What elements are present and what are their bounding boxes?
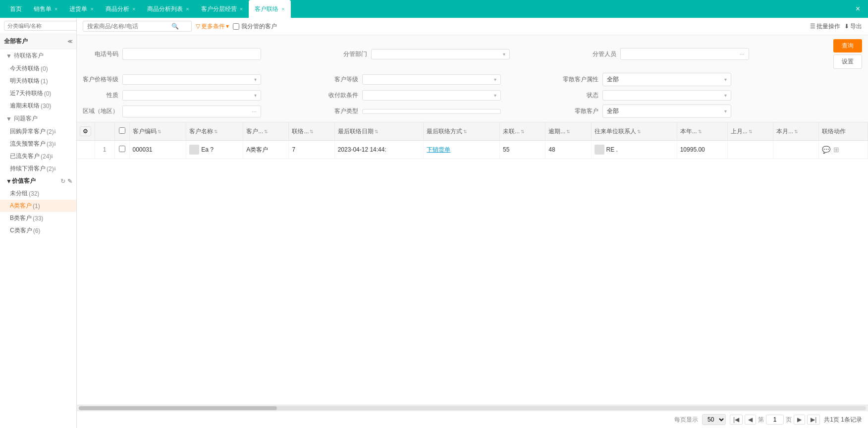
scrollbar-track <box>79 406 866 410</box>
pagination-nav: |◀ ◀ 第 页 ▶ ▶| <box>730 415 820 425</box>
sidebar-item-7days[interactable]: 近7天待联络(0) <box>0 87 76 100</box>
status-select[interactable]: ▾ <box>602 90 731 101</box>
filter-region: 区域（地区） ··· <box>83 106 323 117</box>
td-check <box>114 141 129 159</box>
last-contact-method-link[interactable]: 下销货单 <box>427 146 450 153</box>
sidebar-item-unclassified[interactable]: 未分组(32) <box>0 187 76 200</box>
dept-select[interactable]: ▾ <box>371 49 510 59</box>
th-last-contact-method[interactable]: 最后联络方式⇅ <box>424 122 500 141</box>
retail-attr-arrow-icon: ▾ <box>724 77 727 82</box>
toolbar-filter-btn[interactable]: ▽ 更多条件 ▾ <box>196 22 229 31</box>
per-page-select[interactable]: 50 <box>702 414 726 425</box>
region-select[interactable]: ··· <box>122 106 261 117</box>
refresh-icon[interactable]: ↻ <box>60 178 65 185</box>
nav-purchase-close[interactable]: × <box>90 6 93 12</box>
query-button[interactable]: 查询 <box>833 39 862 53</box>
phone-input[interactable] <box>122 48 261 60</box>
filter-price-grade: 客户价格等级 ▾ <box>83 74 323 85</box>
last-page-btn[interactable]: ▶| <box>807 415 820 425</box>
filter-payment: 收付款条件 ▾ <box>323 90 562 101</box>
churned-info-icon[interactable]: ℹ <box>51 154 53 159</box>
nav-customer-tier-close[interactable]: × <box>240 6 243 12</box>
price-grade-select[interactable]: ▾ <box>122 74 261 85</box>
abnormal-info-icon[interactable]: ℹ <box>54 129 56 134</box>
person-input[interactable]: ··· <box>620 48 749 60</box>
first-page-btn[interactable]: |◀ <box>730 415 743 425</box>
td-last-contact-method: 下销货单 <box>424 141 500 159</box>
churn-warning-info-icon[interactable]: ℹ <box>54 141 56 147</box>
select-all-checkbox[interactable] <box>119 127 125 134</box>
retail-customer-select[interactable]: 全部 ▾ <box>602 105 731 118</box>
window-close-button[interactable]: × <box>852 4 864 13</box>
customer-type-select[interactable] <box>362 109 501 114</box>
nav-sales-close[interactable]: × <box>54 6 57 12</box>
th-contact[interactable]: 联络...⇅ <box>289 122 334 141</box>
table-footer: 每页显示 50 |◀ ◀ 第 页 ▶ ▶| 共1页 1条记录 <box>77 411 868 428</box>
sidebar-item-today[interactable]: 今天待联络(0) <box>0 62 76 75</box>
th-this-year[interactable]: 本年...⇅ <box>677 122 727 141</box>
sidebar-item-tomorrow[interactable]: 明天待联络(1) <box>0 75 76 87</box>
row-checkbox[interactable] <box>119 146 125 152</box>
nav-product-list[interactable]: 商品分析列表 × <box>141 0 195 18</box>
edit-icon[interactable]: ✎ <box>67 178 72 185</box>
th-overdue[interactable]: 逾期...⇅ <box>545 122 591 141</box>
my-customers-checkbox-container[interactable]: 我分管的客户 <box>233 22 277 31</box>
retail-attr-select[interactable]: 全部 ▾ <box>602 73 731 86</box>
sidebar-item-class-b[interactable]: B类客户(33) <box>0 212 76 224</box>
sidebar-item-declining[interactable]: 持续下滑客户(2) ℹ <box>0 162 76 175</box>
scrollbar-thumb[interactable] <box>79 406 277 410</box>
th-last-contact-date[interactable]: 最后联络日期⇅ <box>334 122 424 141</box>
customer-grade-select[interactable]: ▾ <box>362 74 501 85</box>
gear-button[interactable]: ⚙ <box>80 126 91 136</box>
horizontal-scrollbar[interactable] <box>77 405 868 411</box>
th-check <box>114 122 129 141</box>
sidebar-item-churn-warning[interactable]: 流失预警客户(3) ℹ <box>0 138 76 150</box>
nav-customer-contact-close[interactable]: × <box>281 6 284 12</box>
sidebar-all-customers-header[interactable]: 全部客户 ≪ <box>0 34 76 49</box>
nav-product-analysis[interactable]: 商品分析 × <box>100 0 141 18</box>
sidebar-pending-contact-group[interactable]: ▼ 待联络客户 <box>0 49 76 62</box>
sidebar-problem-customers-group[interactable]: ▼ 问题客户 <box>0 112 76 125</box>
sidebar-item-class-c[interactable]: C类客户(6) <box>0 224 76 237</box>
sidebar-search-input[interactable] <box>4 21 77 31</box>
batch-op-btn[interactable]: ☰ 批量操作 <box>810 22 840 31</box>
page-number-input[interactable] <box>766 415 784 425</box>
retail-attr-label: 零散客户属性 <box>563 75 602 84</box>
table-header-row: ⚙ 客户编码⇅ 客户名称⇅ 客户...⇅ 联络...⇅ 最后联络日期⇅ 最后联络… <box>77 122 868 141</box>
td-seq: 1 <box>95 141 114 159</box>
nav-home[interactable]: 首页 <box>4 0 28 18</box>
th-this-month[interactable]: 本月...⇅ <box>773 122 818 141</box>
next-page-btn[interactable]: ▶ <box>794 415 805 425</box>
customer-grade-label: 客户等级 <box>323 75 362 84</box>
settings-button[interactable]: 设置 <box>833 54 862 69</box>
nav-product-analysis-close[interactable]: × <box>132 6 135 12</box>
declining-info-icon[interactable]: ℹ <box>54 166 56 171</box>
nature-select[interactable]: ▾ <box>122 90 261 101</box>
th-name[interactable]: 客户名称⇅ <box>186 122 243 141</box>
td-code: 000031 <box>129 141 186 159</box>
payment-select[interactable]: ▾ <box>362 90 501 101</box>
my-customers-checkbox[interactable] <box>233 23 239 30</box>
th-code[interactable]: 客户编码⇅ <box>129 122 186 141</box>
td-unit-contact: RE . <box>591 141 677 159</box>
th-last-month[interactable]: 上月...⇅ <box>727 122 773 141</box>
th-category[interactable]: 客户...⇅ <box>243 122 289 141</box>
nav-purchase[interactable]: 进货单 × <box>63 0 99 18</box>
nav-product-list-close[interactable]: × <box>186 6 189 12</box>
toolbar-search-icon[interactable]: 🔍 <box>171 23 179 30</box>
toolbar-search-input[interactable] <box>87 23 171 30</box>
sidebar-item-abnormal-repurchase[interactable]: 回购异常客户(2) ℹ <box>0 125 76 138</box>
sidebar-item-overdue[interactable]: 逾期未联络(30) <box>0 100 76 112</box>
nav-sales[interactable]: 销售单 × <box>28 0 63 18</box>
prev-page-btn[interactable]: ◀ <box>745 415 756 425</box>
nav-customer-contact[interactable]: 客户联络 × <box>249 0 290 18</box>
chat-action-icon[interactable]: 💬 <box>822 146 830 154</box>
sidebar-value-customers-group[interactable]: ▼ 价值客户 ↻ ✎ <box>0 175 76 187</box>
qr-action-icon[interactable]: ⊞ <box>833 146 839 154</box>
th-unit-contact[interactable]: 往来单位联系人⇅ <box>591 122 677 141</box>
nav-customer-tier[interactable]: 客户分层经营 × <box>195 0 249 18</box>
export-btn[interactable]: ⬇ 导出 <box>844 22 862 31</box>
th-no-contact[interactable]: 未联...⇅ <box>500 122 545 141</box>
sidebar-item-class-a[interactable]: A类客户(1) <box>0 200 76 212</box>
sidebar-item-churned[interactable]: 已流失客户(24) ℹ <box>0 150 76 162</box>
